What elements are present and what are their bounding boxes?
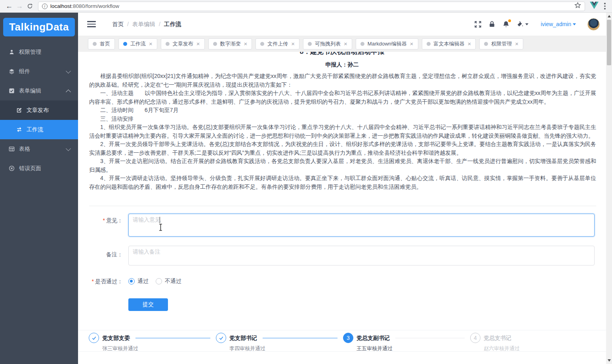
- breadcrumb-separator: /: [159, 21, 160, 27]
- breadcrumb-workflow: 工作流: [164, 21, 181, 28]
- browser-refresh-button[interactable]: [25, 1, 35, 11]
- step-number: 4: [470, 333, 480, 343]
- tab-drag-list[interactable]: 可拖拽列表×: [303, 38, 352, 49]
- page-info-icon[interactable]: i: [42, 4, 48, 9]
- sidebar-item-label: 文章发布: [27, 107, 49, 114]
- tab-rich-text-editor[interactable]: 富文本编辑器×: [422, 38, 476, 49]
- step-desc: 赵六审核并通过: [484, 345, 520, 352]
- theme-button[interactable]: [517, 21, 528, 28]
- error-icon: [9, 165, 15, 171]
- close-icon[interactable]: ×: [410, 41, 414, 47]
- lock-button[interactable]: [488, 21, 496, 28]
- workflow-content: 8：建党节庆祝活动启动申报 申报人：孙二 根据县委组织部(组织[20xx]21)…: [78, 52, 606, 364]
- address-bar[interactable]: i localhost:8080/form/workflow: [38, 2, 585, 11]
- refresh-icon: [27, 3, 33, 9]
- lock-icon: [488, 21, 496, 28]
- vue-devtools-icon[interactable]: [590, 2, 599, 11]
- ibeam-cursor: [158, 224, 163, 233]
- logo[interactable]: TalkingData: [3, 18, 75, 36]
- divider: [78, 330, 606, 330]
- close-icon[interactable]: ×: [344, 41, 347, 47]
- tab-dot-icon: [427, 42, 431, 46]
- tab-permission[interactable]: 权限管理×: [479, 38, 523, 49]
- swap-icon: [16, 127, 22, 133]
- sidebar-item-error-page[interactable]: 错误页面: [0, 159, 78, 178]
- tab-label: 富文本编辑器: [434, 40, 465, 47]
- step-line: [263, 338, 337, 338]
- sidebar-menu: 权限管理 组件 表单编辑 文章发布 工作流 表格: [0, 42, 78, 178]
- fullscreen-button[interactable]: [474, 21, 482, 28]
- step-3: 3 党总支副书记 王五审核并通过: [343, 333, 470, 355]
- close-icon[interactable]: ×: [468, 41, 471, 47]
- breadcrumb-separator: /: [127, 21, 129, 27]
- bookmark-star-icon[interactable]: [574, 2, 581, 10]
- step-line: [395, 338, 465, 338]
- tab-label: 工作流: [130, 40, 146, 47]
- tab-workflow[interactable]: 工作流×: [118, 38, 157, 49]
- chevron-down-icon: [66, 68, 71, 74]
- radio-label: 通过: [137, 278, 149, 285]
- sidebar-item-label: 权限管理: [19, 49, 41, 56]
- url-path: :8080/form/workflow: [71, 3, 119, 9]
- radio-label: 不通过: [165, 278, 181, 285]
- scrollbar[interactable]: [606, 13, 612, 364]
- doc-paragraph: 3、开展一次走访慰问活动。结合正在开展的群众路线教育实践活动，各党总支部负责人要…: [89, 157, 596, 174]
- tab-label: 文章发布: [173, 40, 193, 47]
- sidebar: TalkingData 权限管理 组件 表单编辑 文章发布 工作流: [0, 13, 78, 364]
- step-title: 党总支书记: [484, 333, 511, 343]
- note-label: 备注：: [78, 251, 123, 258]
- sidebar-item-components[interactable]: 组件: [0, 62, 78, 81]
- tab-home[interactable]: 首页: [88, 38, 115, 49]
- close-icon[interactable]: ×: [515, 41, 519, 47]
- sidebar-item-article-publish[interactable]: 文章发布: [0, 100, 78, 120]
- sidebar-item-permission[interactable]: 权限管理: [0, 42, 78, 62]
- browser-back-button[interactable]: ←: [4, 1, 14, 11]
- browser-chrome: ← → i localhost:8080/form/workflow: [0, 0, 612, 13]
- close-icon[interactable]: ×: [244, 41, 248, 47]
- tab-markdown-editor[interactable]: Markdown编辑器×: [356, 38, 418, 49]
- tab-dot-icon: [484, 42, 488, 46]
- scroll-thumb[interactable]: [607, 20, 611, 65]
- breadcrumb-form-edit[interactable]: 表单编辑: [132, 21, 155, 28]
- browser-forward-button[interactable]: →: [14, 1, 25, 11]
- avatar[interactable]: [587, 18, 600, 30]
- sidebar-item-label: 工作流: [27, 126, 43, 133]
- tab-label: 首页: [100, 40, 110, 47]
- edit-icon: [16, 107, 22, 113]
- applicant: 申报人：孙二: [78, 61, 606, 68]
- url-text[interactable]: localhost:8080/form/workflow: [50, 3, 119, 9]
- user-menu[interactable]: iview_admin: [541, 21, 576, 27]
- sidebar-item-table[interactable]: 表格: [0, 139, 78, 159]
- tab-label: 权限管理: [491, 40, 512, 47]
- tab-dot-icon: [166, 42, 170, 46]
- radio-fail[interactable]: 不通过: [156, 278, 181, 285]
- person-icon: [9, 49, 15, 55]
- step-check-icon: [89, 333, 99, 343]
- notification-dot: [508, 19, 511, 22]
- radio-pass[interactable]: 通过: [128, 278, 149, 285]
- pass-label: *是否通过：: [78, 278, 123, 285]
- hamburger-menu-button[interactable]: [87, 21, 96, 27]
- scroll-up-button[interactable]: [608, 15, 611, 17]
- close-icon[interactable]: ×: [149, 41, 153, 47]
- scroll-down-button[interactable]: [608, 359, 611, 362]
- step-desc: 王五审核并通过: [357, 345, 393, 352]
- doc-paragraph: 2、开展一次党员领导干部带头上党课活动。各党(总)支部结合本支部情况，为庆祝党的…: [89, 140, 596, 157]
- tab-dot-icon: [123, 42, 127, 46]
- close-icon[interactable]: ×: [291, 41, 295, 47]
- tab-article-publish[interactable]: 文章发布×: [161, 38, 205, 49]
- submit-button[interactable]: 提交: [128, 298, 168, 311]
- sidebar-item-workflow[interactable]: 工作流: [0, 120, 78, 139]
- close-icon[interactable]: ×: [196, 41, 200, 47]
- sidebar-item-form-edit[interactable]: 表单编辑: [0, 81, 78, 100]
- breadcrumb-home[interactable]: 首页: [112, 21, 124, 28]
- tab-upload[interactable]: 文件上传×: [255, 38, 299, 49]
- browser-menu-icon[interactable]: [604, 3, 606, 9]
- note-textarea[interactable]: [128, 246, 595, 265]
- tab-label: 数字渐变: [220, 40, 241, 47]
- step-desc: 张三审核并通过: [102, 345, 138, 352]
- opinion-textarea[interactable]: [128, 214, 595, 237]
- sidebar-submenu-form-edit: 文章发布 工作流: [0, 100, 78, 139]
- notifications-button[interactable]: [502, 21, 510, 28]
- tab-count-to[interactable]: 数字渐变×: [208, 38, 252, 49]
